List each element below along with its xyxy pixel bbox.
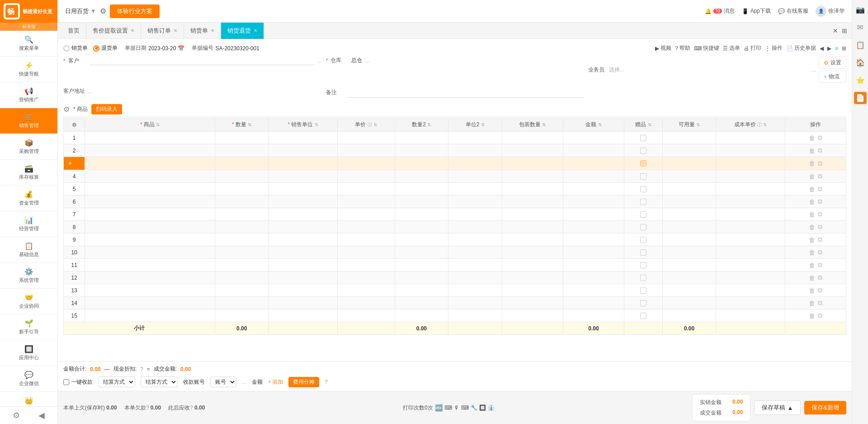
row-3-price[interactable] <box>337 157 395 170</box>
row-3-cost[interactable] <box>716 157 785 170</box>
row-1-copy-icon[interactable]: ⧉ <box>818 134 822 142</box>
sidebar-item-sales[interactable]: 🛒 销售管理 <box>0 108 57 134</box>
discount-help-icon[interactable]: ? <box>140 366 143 372</box>
row-3-delete-icon[interactable]: 🗑 <box>809 160 815 167</box>
sidebar-item-guide[interactable]: 🌱 新手引导 <box>0 314 57 340</box>
row-1-unit2[interactable] <box>448 132 502 144</box>
staff-placeholder[interactable]: 选择... <box>609 66 809 74</box>
row-5-delete-icon[interactable]: 🗑 <box>809 186 815 193</box>
row-1-product[interactable] <box>85 132 215 144</box>
right-panel-icon-5[interactable]: ⭐ <box>854 74 867 86</box>
row-14-copy-icon[interactable]: ⧉ <box>818 299 822 307</box>
account-select[interactable]: 账号 <box>210 376 236 387</box>
row-13-delete-icon[interactable]: 🗑 <box>809 287 815 294</box>
sidebar-item-finance[interactable]: 💰 资金管理 <box>0 186 57 211</box>
row-1-qty2[interactable] <box>395 132 448 144</box>
fee-help-icon[interactable]: ? <box>325 379 328 385</box>
row-2-gift[interactable] <box>624 144 663 157</box>
row-1-cost[interactable] <box>716 132 785 144</box>
shortcut-btn[interactable]: ⌨ 快捷键 <box>694 44 719 52</box>
row-1-gift-checkbox[interactable] <box>640 135 646 141</box>
scan-button[interactable]: 扫码录入 <box>91 104 122 114</box>
row-2-gift-checkbox[interactable] <box>640 148 646 154</box>
collapse-icon[interactable]: ◀ <box>38 410 45 420</box>
sidebar-item-system[interactable]: ⚙️ 系统管理 <box>0 263 57 289</box>
row-14-gift-checkbox[interactable] <box>640 300 646 306</box>
tab-sales-order-close-icon[interactable]: ✕ <box>174 28 177 33</box>
row-3-avail[interactable] <box>662 157 716 170</box>
tab-price-settings[interactable]: 售价提取设置 ✕ <box>86 23 141 39</box>
grid-view-icon[interactable]: ⊞ <box>842 45 846 52</box>
row-3-copy-icon[interactable]: ⧉ <box>818 160 822 167</box>
header-settings-icon[interactable]: ⚙ <box>100 7 106 15</box>
tool-icon3[interactable]: 👔 <box>488 405 495 411</box>
tab-return[interactable]: 销货退货 ✕ <box>221 23 264 39</box>
note-input[interactable] <box>347 87 584 98</box>
right-panel-icon-2[interactable]: ✉ <box>855 21 865 33</box>
radio-sales[interactable]: 销货单 <box>63 44 88 52</box>
help-btn[interactable]: ? 帮助 <box>675 44 690 52</box>
gift-sort-icon[interactable]: ⇅ <box>648 122 651 127</box>
right-panel-icon-1[interactable]: 📷 <box>854 4 867 16</box>
tool-icon2[interactable]: 🔲 <box>479 405 486 411</box>
row-2-qty[interactable] <box>215 144 269 157</box>
row-7-delete-icon[interactable]: 🗑 <box>809 211 815 218</box>
avail-sort-icon[interactable]: ⇅ <box>696 122 700 127</box>
row-15-copy-icon[interactable]: ⧉ <box>818 312 822 319</box>
debt-help-icon[interactable]: ? <box>146 405 149 411</box>
row-3-qty2[interactable] <box>395 157 448 170</box>
right-panel-icon-4[interactable]: 🏠 <box>854 57 867 69</box>
row-3-product[interactable] <box>85 157 215 170</box>
price-info-icon[interactable]: ⓘ <box>368 122 372 127</box>
row-4-gift-checkbox[interactable] <box>640 173 646 180</box>
row-1-price[interactable] <box>337 132 395 144</box>
row-2-avail[interactable] <box>662 144 716 157</box>
one-click-checkbox-input[interactable] <box>63 379 69 385</box>
settings-bottom-icon[interactable]: ⚙ <box>13 410 20 420</box>
row-8-copy-icon[interactable]: ⧉ <box>818 223 822 231</box>
tab-action-expand-icon[interactable]: ⊞ <box>841 26 848 35</box>
qty2-sort-icon[interactable]: ⇅ <box>427 122 431 127</box>
sidebar-item-purchase[interactable]: 📦 采购管理 <box>0 134 57 160</box>
price-sort-icon[interactable]: ⇅ <box>373 122 377 127</box>
row-9-gift-checkbox[interactable] <box>640 237 646 243</box>
row-3-qty[interactable] <box>215 157 269 170</box>
row-11-delete-icon[interactable]: 🗑 <box>809 262 815 269</box>
row-2-delete-icon[interactable]: 🗑 <box>809 147 815 154</box>
row-6-copy-icon[interactable]: ⧉ <box>818 198 822 205</box>
sidebar-item-member[interactable]: 👑 畅会员 <box>0 392 57 406</box>
date-value[interactable]: 2023-03-20 <box>148 45 176 52</box>
row-8-gift-checkbox[interactable] <box>640 224 646 230</box>
row-15-gift-checkbox[interactable] <box>640 313 646 319</box>
operate-btn[interactable]: ⋮ 操作 <box>765 44 783 52</box>
sidebar-item-appstore[interactable]: 🔲 应用中心 <box>0 340 57 366</box>
tab-home[interactable]: 首页 <box>61 23 86 39</box>
unit2-sort-icon[interactable]: ⇅ <box>481 122 485 127</box>
row-13-copy-icon[interactable]: ⧉ <box>818 286 822 294</box>
row-11-gift-checkbox[interactable] <box>640 262 646 268</box>
row-2-copy-icon[interactable]: ⧉ <box>818 147 822 154</box>
online-service-item[interactable]: 💬 在线客服 <box>778 7 808 15</box>
add-row-button[interactable]: + <box>66 159 75 168</box>
row-6-delete-icon[interactable]: 🗑 <box>809 198 815 205</box>
row-12-gift-checkbox[interactable] <box>640 275 646 281</box>
logistics-btn[interactable]: + 物流 <box>819 71 846 83</box>
sidebar-item-quick-nav[interactable]: ⚡ 快捷导航 <box>0 57 57 82</box>
notification-item[interactable]: 🔔 70 消息 <box>705 7 735 15</box>
save-new-button[interactable]: 保存&新增 <box>804 401 846 414</box>
history-btn[interactable]: 📄 历史单据 <box>786 44 816 52</box>
settlement-select[interactable]: 结算方式 <box>98 376 135 387</box>
sidebar-item-enterprise[interactable]: 🤝 企业协同 <box>0 289 57 314</box>
row-4-delete-icon[interactable]: 🗑 <box>809 173 815 180</box>
row-7-copy-icon[interactable]: ⧉ <box>818 210 822 218</box>
row-2-price[interactable] <box>337 144 395 157</box>
row-2-unit2[interactable] <box>448 144 502 157</box>
amount-sort-icon[interactable]: ⇅ <box>598 122 602 127</box>
tool-icon1[interactable]: 🔧 <box>471 405 477 411</box>
cost-info-icon[interactable]: ⓘ <box>757 122 762 127</box>
keyboard-icon[interactable]: ⌨ <box>461 405 469 411</box>
row-5-copy-icon[interactable]: ⧉ <box>818 185 822 193</box>
print-btn[interactable]: 🖨 打印 <box>744 44 761 52</box>
row-12-copy-icon[interactable]: ⧉ <box>818 274 822 281</box>
row-3-gift-checkbox[interactable] <box>640 160 646 167</box>
